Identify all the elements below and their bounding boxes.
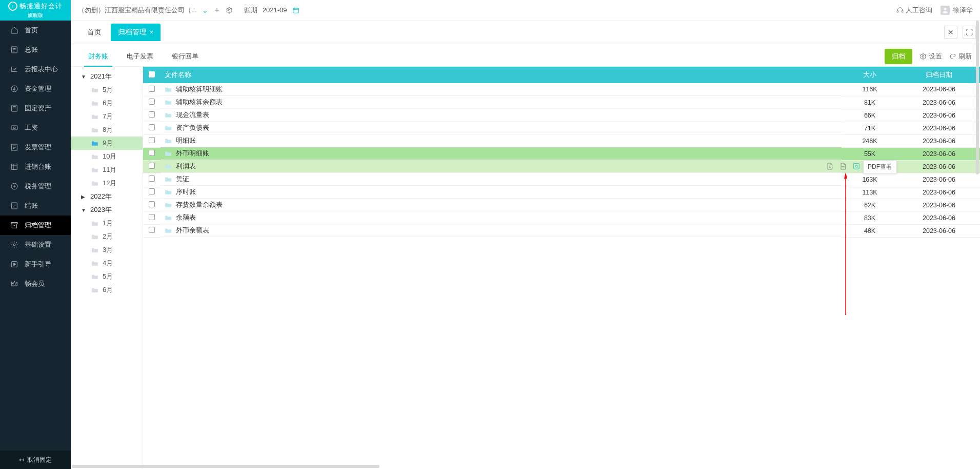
row-check[interactable]: [143, 96, 161, 109]
caret-icon: ▼: [81, 74, 86, 80]
tree-year[interactable]: ▶2022年: [71, 190, 143, 203]
nav-label: 资金管理: [25, 84, 51, 93]
nav-home[interactable]: 首页: [0, 21, 71, 40]
tree-year[interactable]: ▼2021年: [71, 70, 143, 83]
year-tree[interactable]: ▼2021年5月6月7月8月9月10月11月12月▶2022年▼2023年1月2…: [71, 67, 143, 469]
row-check[interactable]: [143, 160, 161, 173]
company-chevron-icon[interactable]: ⌄: [202, 6, 208, 14]
settings-link[interactable]: 设置: [919, 52, 942, 61]
tree-month[interactable]: 2月: [71, 230, 143, 243]
salary-icon: [10, 124, 18, 132]
row-check[interactable]: [143, 83, 161, 96]
nav-tax[interactable]: 税务管理: [0, 177, 71, 196]
tree-month[interactable]: 11月: [71, 163, 143, 177]
nav-ledger[interactable]: 总账: [0, 40, 71, 60]
row-name: 外币余额表: [161, 224, 842, 237]
table-row[interactable]: 资产负债表71K2023-06-06: [143, 122, 980, 134]
add-company-icon[interactable]: [213, 7, 221, 14]
table-row[interactable]: 明细账246K2023-06-06: [143, 134, 980, 147]
user-menu[interactable]: 徐泽华: [941, 6, 973, 15]
col-name[interactable]: 文件名称: [161, 67, 842, 83]
row-check[interactable]: [143, 134, 161, 147]
close-all-tabs[interactable]: ✕: [944, 26, 957, 39]
tree-month[interactable]: 1月: [71, 217, 143, 230]
col-date[interactable]: 归档日期: [898, 67, 980, 83]
sub-tab[interactable]: 财务账: [79, 47, 117, 66]
content: 财务账电子发票银行回单 归档 设置 刷新 ▼2021年5月6月7月8月9月10: [71, 44, 980, 469]
download-xml-icon[interactable]: [825, 162, 834, 171]
view-pdf-icon[interactable]: [852, 162, 861, 171]
table-row[interactable]: 外币余额表48K2023-06-06: [143, 224, 980, 237]
scrollbar-vertical[interactable]: [976, 21, 979, 174]
row-check[interactable]: [143, 211, 161, 224]
table-row[interactable]: 外币明细账55K2023-06-06: [143, 147, 980, 160]
close-icon[interactable]: ×: [150, 29, 153, 36]
row-check[interactable]: [143, 173, 161, 186]
nav-label: 结账: [25, 201, 38, 210]
support-link[interactable]: 人工咨询: [896, 6, 932, 15]
row-size: 62K: [842, 199, 898, 211]
table-row[interactable]: 余额表83K2023-06-06: [143, 211, 980, 224]
sub-tab[interactable]: 银行回单: [163, 47, 208, 66]
body-row: ▼2021年5月6月7月8月9月10月11月12月▶2022年▼2023年1月2…: [71, 67, 980, 469]
table-row[interactable]: 辅助核算余额表81K2023-06-06: [143, 96, 980, 109]
svg-rect-2: [12, 105, 17, 111]
nav-asset[interactable]: 固定资产: [0, 99, 71, 118]
tree-month[interactable]: 12月: [71, 177, 143, 190]
row-check[interactable]: [143, 122, 161, 134]
row-check[interactable]: [143, 186, 161, 199]
row-check[interactable]: [143, 147, 161, 160]
tree-month[interactable]: 8月: [71, 123, 143, 136]
row-date: 2023-06-06: [898, 83, 980, 96]
col-size[interactable]: 大小: [842, 67, 898, 83]
tree-month[interactable]: 6月: [71, 283, 143, 297]
nav-salary[interactable]: 工资: [0, 118, 71, 138]
nav-vip[interactable]: 畅会员: [0, 274, 71, 294]
nav-invoice[interactable]: 发票管理: [0, 138, 71, 157]
nav-settings[interactable]: 基础设置: [0, 235, 71, 255]
table-row[interactable]: 现金流量表66K2023-06-06: [143, 109, 980, 122]
table-row[interactable]: 凭证163K2023-06-06: [143, 173, 980, 186]
fullscreen-toggle[interactable]: ⛶: [963, 26, 976, 39]
page-tab[interactable]: 首页: [80, 24, 109, 41]
row-check[interactable]: [143, 109, 161, 122]
page-tab[interactable]: 归档管理×: [111, 24, 161, 41]
tree-month[interactable]: 5月: [71, 270, 143, 283]
calendar-icon[interactable]: [292, 7, 299, 14]
tree-month[interactable]: 4月: [71, 257, 143, 270]
nav-report[interactable]: 云报表中心: [0, 60, 71, 79]
col-check[interactable]: [143, 67, 161, 83]
nav-label: 总账: [25, 45, 38, 54]
period-value[interactable]: 2021-09: [263, 6, 287, 14]
nav-stock[interactable]: 进销台账: [0, 157, 71, 177]
tree-month-label: 12月: [103, 179, 116, 188]
archive-button[interactable]: 归档: [885, 49, 912, 64]
folder-icon: [165, 99, 172, 105]
table-row[interactable]: 存货数量余额表62K2023-06-06: [143, 199, 980, 211]
settings-label: 设置: [929, 52, 942, 61]
tree-month[interactable]: 6月: [71, 96, 143, 110]
app-root: ↑ 畅捷通好会计 旗舰版 首页总账云报表中心资金管理固定资产工资发票管理进销台账…: [0, 0, 980, 469]
file-name: 存货数量余额表: [176, 201, 223, 209]
sub-tab[interactable]: 电子发票: [117, 47, 163, 66]
nav-archive[interactable]: 归档管理: [0, 216, 71, 235]
refresh-link[interactable]: 刷新: [949, 52, 972, 61]
tree-month[interactable]: 3月: [71, 243, 143, 257]
table-row[interactable]: 序时账113K2023-06-06: [143, 186, 980, 199]
download-pdf-icon[interactable]: [838, 162, 848, 171]
row-check[interactable]: [143, 199, 161, 211]
row-check[interactable]: [143, 224, 161, 237]
tree-month[interactable]: 5月: [71, 83, 143, 96]
nav-guide[interactable]: 新手引导: [0, 255, 71, 274]
scrollbar-horizontal[interactable]: [72, 465, 379, 468]
tree-month[interactable]: 10月: [71, 150, 143, 163]
nav-close[interactable]: 结账: [0, 196, 71, 216]
tree-month[interactable]: 9月: [71, 136, 143, 150]
tree-month[interactable]: 7月: [71, 110, 143, 123]
nav-fund[interactable]: 资金管理: [0, 79, 71, 99]
company-settings-icon[interactable]: [226, 7, 233, 14]
tree-year[interactable]: ▼2023年: [71, 203, 143, 217]
sidebar-unpin[interactable]: ↤ 取消固定: [0, 451, 71, 469]
table-row[interactable]: 辅助核算明细账116K2023-06-06: [143, 83, 980, 96]
company-selector[interactable]: （勿删）江西服宝精品有限责任公司（...: [78, 6, 197, 15]
